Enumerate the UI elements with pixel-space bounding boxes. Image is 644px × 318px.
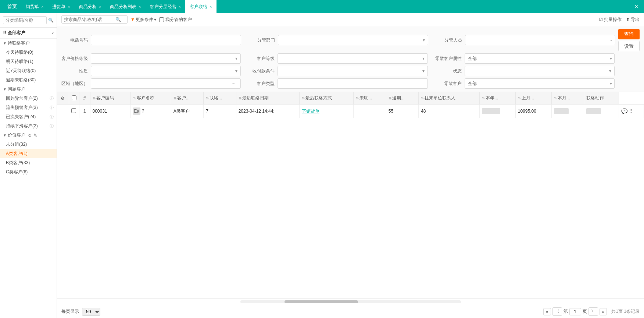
sidebar-group-pending[interactable]: ▼ 待联络客户 [0,39,57,48]
row-uncontacted-cell [354,105,386,118]
close-tab-contact-icon[interactable]: × [210,4,212,9]
phone-input[interactable] [91,35,241,45]
row-contact-person-cell [480,105,516,118]
collapse-all-icon[interactable]: ‹ [52,31,54,36]
row-last-month-cell [551,105,584,118]
scroll-track [240,300,461,303]
th-last-contact-date: ⇅最后联络日期 [236,92,299,105]
prev-page-button[interactable]: 〈 [552,307,562,316]
status-chevron-icon: ▾ [609,68,611,74]
my-customers-checkbox[interactable] [159,17,164,22]
sidebar-item-repurchase-abnormal[interactable]: 回购异常客户(2) ⓘ [0,94,57,103]
select-all-checkbox[interactable] [72,95,76,100]
row-last-method-cell[interactable]: 下销货单 [299,105,353,118]
sidebar-item-tomorrow-pending[interactable]: 明天待联络(1) [0,57,57,66]
th-level: ⇅客户... [171,92,203,105]
scroll-thumb[interactable] [285,300,358,303]
page-number-input[interactable] [569,308,581,315]
close-tab-segment-icon[interactable]: × [179,4,181,9]
sidebar-all-customers[interactable]: ⠿ 全部客户 ‹ [0,28,57,39]
sidebar-item-class-b[interactable]: B类客户(33) [0,158,57,167]
sidebar-item-today-pending[interactable]: 今天待联络(0) [0,48,57,57]
sidebar-item-overdue-contact[interactable]: 逾期未联络(30) [0,75,57,85]
retail-customer-select[interactable]: 全部 ▾ [465,78,615,89]
more-action-icon[interactable]: ⠿ [629,108,633,114]
person-dots-icon: ··· [608,38,612,43]
horizontal-scroll-area[interactable] [57,298,644,305]
batch-operation-button[interactable]: ☑ 批量操作 [599,17,622,23]
retail-attr-chevron-icon: ▾ [608,56,614,61]
filter-search-input[interactable] [64,17,115,22]
edit-value-icon[interactable]: ✎ [33,133,37,138]
last-page-button[interactable]: » [600,308,607,315]
customer-type-input[interactable] [278,78,427,89]
info-icon-repurchase: ⓘ [50,96,54,101]
row-checkbox-cell[interactable] [69,105,79,118]
region-input[interactable]: ··· [91,78,241,89]
region-dots-icon[interactable]: ··· [229,81,237,86]
page-size-select[interactable]: 50 [82,308,100,316]
page-label: 第 [564,308,568,315]
nav-tab-analysis[interactable]: 商品分析 × [75,0,105,13]
info-icon-churned: ⓘ [50,114,54,120]
query-button[interactable]: 查询 [618,29,640,39]
last-contact-method-link[interactable]: 下销货单 [302,109,319,114]
sidebar-item-declining[interactable]: 持续下滑客户(2) ⓘ [0,121,57,131]
refresh-icon[interactable]: ↻ [28,133,32,138]
customer-avatar: Ea [133,107,140,115]
page-size-label: 每页显示 [61,308,79,315]
row-checkbox[interactable] [71,108,76,113]
nature-select[interactable]: ▾ [91,66,241,76]
sidebar-item-ungrouped[interactable]: 未分组(32) [0,140,57,149]
th-settings[interactable]: ⚙ [57,92,69,105]
sidebar-search-icon[interactable]: 🔍 [48,18,54,23]
nature-label: 性质 [61,68,91,74]
close-tab-analysis-list-icon[interactable]: × [139,4,141,9]
nav-tab-purchase[interactable]: 进货单 × [48,0,74,13]
sidebar-group-value[interactable]: ▼ 价值客户 ↻ ✎ [0,131,57,140]
close-tab-analysis-icon[interactable]: × [99,4,101,9]
retail-attr-select[interactable]: 全部 ▾ [465,53,615,64]
customer-level-select[interactable]: ▾ [278,53,427,64]
sidebar-item-class-c[interactable]: C类客户(6) [0,167,57,177]
retail-customer-label: 零散客户 [435,81,465,87]
row-this-year-cell: 10995.00 [515,105,551,118]
sidebar-item-churn-warning[interactable]: 流失预警客户(3) ⓘ [0,103,57,112]
th-last-month: ⇅上月... [515,92,551,105]
next-page-button[interactable]: 〉 [588,307,598,316]
first-page-button[interactable]: « [543,308,551,315]
th-checkbox[interactable] [69,92,79,105]
filter-cell-retail-attr: 零散客户属性 全部 ▾ [435,53,615,64]
person-select[interactable]: ··· [465,35,615,45]
close-tab-purchase-icon[interactable]: × [68,4,70,9]
dept-select[interactable]: ▾ [278,35,428,45]
status-label: 状态 [435,68,465,74]
status-select[interactable]: ▾ [465,66,615,76]
export-button[interactable]: ⬆ 导出 [626,17,640,23]
filter-search-box[interactable]: 🔍 [61,15,128,24]
sidebar-item-churned[interactable]: 已流失客户(24) ⓘ [0,112,57,121]
filter-search-icon[interactable]: 🔍 [115,17,121,22]
sidebar: 🔍 ⠿ 全部客户 ‹ ▼ 待联络客户 今天待联络(0) 明天待联络(1) 近7天… [0,13,57,318]
payment-select[interactable]: ▾ [278,66,427,76]
table-row: 1 000031 Ea ? A类客户 7 2023-04 [57,105,644,118]
sidebar-search-input[interactable] [3,16,47,24]
close-tab-sales-icon[interactable]: × [41,4,43,9]
sidebar-item-7days-pending[interactable]: 近7天待联络(0) [0,66,57,75]
my-customers-checkbox-label[interactable]: 我分管的客户 [159,17,192,23]
close-all-tabs-button[interactable]: × [632,3,641,10]
filter-cell-phone: 电话号码 [61,35,241,45]
more-conditions-button[interactable]: ▼ 更多条件 ▾ [130,17,156,23]
sidebar-item-class-a[interactable]: A类客户(1) [0,149,57,158]
th-this-month: ⇅本月... [551,92,584,105]
nav-tab-customer-segment[interactable]: 客户分层经营 × [146,0,185,13]
chat-action-icon[interactable]: 💬 [621,108,627,114]
nav-tab-customer-contact[interactable]: 客户联络 × [185,0,216,13]
nav-tab-analysis-list[interactable]: 商品分析列表 × [105,0,145,13]
settings-button[interactable]: 设置 [618,41,640,51]
price-level-select[interactable]: ▾ [91,53,241,64]
nav-tab-sales[interactable]: 销货单 × [21,0,48,13]
export-icon: ⬆ [626,17,630,22]
nav-home[interactable]: 首页 [3,0,21,13]
sidebar-group-problem[interactable]: ▼ 问题客户 [0,85,57,94]
